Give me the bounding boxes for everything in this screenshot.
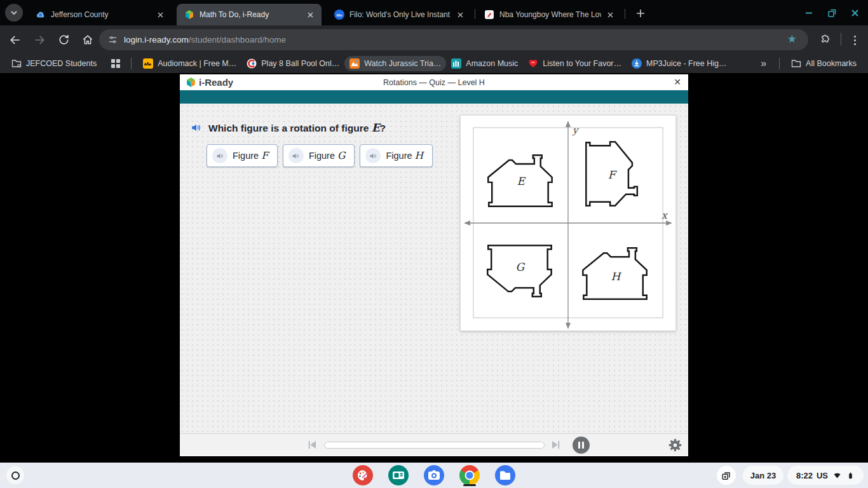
- answer-audio-button[interactable]: [212, 148, 227, 163]
- status-tray[interactable]: 8:22 US: [787, 466, 864, 485]
- tab-close-icon[interactable]: [455, 10, 465, 20]
- screen-capture-icon: [721, 470, 732, 481]
- bookmark-mp3juice[interactable]: MP3Juice - Free Hig…: [627, 56, 731, 71]
- tab-close-icon[interactable]: [605, 10, 615, 20]
- date-label: Jan 23: [750, 471, 776, 480]
- active-app-indicator: [463, 484, 476, 486]
- answer-audio-button[interactable]: [288, 148, 304, 163]
- tab-iready[interactable]: Math To Do, i-Ready: [177, 4, 322, 25]
- home-icon: [81, 34, 94, 46]
- question-math-letter: E: [372, 121, 380, 134]
- bookmark-watch-jurassic[interactable]: Watch Jurassic Tria…: [344, 56, 446, 71]
- bookmark-star-icon[interactable]: ★: [787, 32, 797, 46]
- tab-strip: Jefferson County Math To Do, i-Ready fil…: [0, 0, 868, 25]
- site-info-icon[interactable]: [108, 35, 118, 44]
- new-tab-button[interactable]: [633, 6, 648, 21]
- minimize-button[interactable]: [803, 7, 815, 18]
- lyrics-doc-icon: [484, 10, 494, 20]
- minimize-icon: [804, 8, 813, 17]
- battery-icon: [846, 470, 855, 481]
- answer-figure-g[interactable]: Figure G: [283, 144, 355, 167]
- pause-button[interactable]: [573, 437, 590, 454]
- address-bar[interactable]: login.i-ready.com/student/dashboard/home…: [99, 29, 808, 50]
- puzzle-icon: [820, 32, 832, 44]
- tab-close-icon[interactable]: [305, 10, 315, 20]
- camera-app-icon[interactable]: [424, 465, 444, 485]
- bookmark-iheart[interactable]: Listen to Your Favor…: [523, 56, 627, 71]
- home-button[interactable]: [79, 31, 97, 49]
- progress-bar[interactable]: [324, 442, 545, 449]
- gallery-app-icon[interactable]: [388, 465, 409, 485]
- bookmarks-overflow-chevron[interactable]: »: [761, 58, 766, 69]
- answer-label: Figure F: [233, 150, 268, 161]
- bookmark-amazon-music[interactable]: Amazon Music: [446, 56, 523, 71]
- bookmark-audiomack[interactable]: Audiomack | Free M…: [138, 56, 241, 71]
- reload-icon: [58, 34, 70, 46]
- bookmark-8ball-pool[interactable]: Play 8 Ball Pool Onl…: [241, 56, 344, 71]
- launcher-icon: [11, 471, 20, 480]
- tab-search-button[interactable]: [5, 4, 23, 22]
- speaker-icon: [191, 122, 202, 133]
- tab-title: Nba Youngboy Where The Love: [499, 10, 601, 19]
- tab-filo[interactable]: filo Filo: World's Only Live Instant T: [327, 4, 471, 25]
- browser-menu-button[interactable]: [846, 32, 863, 48]
- filo-icon: filo: [334, 10, 344, 20]
- bookmarks-bar: JEFCOED Students Audiomack | Free M… Pla…: [0, 54, 868, 73]
- quiz-close-button[interactable]: ✕: [672, 76, 683, 88]
- date-button[interactable]: Jan 23: [743, 466, 783, 485]
- apps-grid-button[interactable]: [111, 58, 121, 69]
- iheart-icon: [528, 58, 538, 69]
- skip-back-button[interactable]: [306, 439, 318, 453]
- screen-capture-button[interactable]: [717, 466, 736, 485]
- close-window-button[interactable]: [849, 7, 860, 18]
- eight-ball-icon: [247, 58, 257, 69]
- tab-separator: [625, 9, 625, 19]
- restore-button[interactable]: [826, 7, 837, 18]
- chrome-app-icon[interactable]: [459, 465, 480, 485]
- url-path: /student/dashboard/home: [189, 35, 286, 44]
- answer-figure-h[interactable]: Figure H: [360, 144, 433, 167]
- skip-back-icon: [306, 439, 318, 451]
- question-row: Which figure is a rotation of figure E?: [191, 121, 386, 134]
- files-app-icon[interactable]: [495, 465, 515, 485]
- bookmark-label: Watch Jurassic Tria…: [364, 59, 441, 68]
- managed-folder-icon: [11, 58, 22, 69]
- tab-close-icon[interactable]: [155, 10, 165, 20]
- coordinate-plane-figure: y x E F G H: [461, 116, 675, 330]
- iready-cube-icon: [184, 10, 194, 20]
- answer-figure-f[interactable]: Figure F: [207, 144, 278, 167]
- iready-quiz-window: i-Ready Rotations — Quiz — Level H ✕ Whi…: [180, 74, 688, 456]
- forward-button[interactable]: [31, 31, 48, 49]
- gear-icon: [668, 438, 682, 452]
- extensions-button[interactable]: [820, 32, 832, 46]
- all-bookmarks-button[interactable]: All Bookmarks: [786, 56, 862, 71]
- tab-jefferson-county[interactable]: Jefferson County: [28, 4, 172, 25]
- bookmark-jefcoed-students[interactable]: JEFCOED Students: [6, 56, 102, 71]
- bookmark-label: JEFCOED Students: [26, 59, 97, 68]
- answer-label: Figure G: [309, 150, 346, 161]
- launcher-button[interactable]: [6, 466, 24, 484]
- audiomack-icon: [143, 58, 153, 69]
- canvas-app-icon[interactable]: [353, 465, 373, 485]
- answer-audio-button[interactable]: [365, 148, 381, 163]
- x-axis-label: x: [661, 210, 668, 221]
- question-audio-button[interactable]: [191, 122, 202, 133]
- y-axis-label: y: [572, 125, 580, 136]
- settings-button[interactable]: [668, 438, 682, 452]
- back-arrow-icon: [9, 34, 22, 46]
- bookmark-label: MP3Juice - Free Hig…: [646, 59, 726, 68]
- cloud-icon: [36, 10, 46, 20]
- bookmarks-divider: [779, 58, 780, 69]
- tab-title: Filo: World's Only Live Instant T: [349, 10, 451, 19]
- tab-nba-youngboy[interactable]: Nba Youngboy Where The Love: [477, 4, 621, 25]
- close-icon: [851, 9, 859, 17]
- window-controls: [803, 0, 868, 25]
- reload-button[interactable]: [55, 31, 72, 49]
- page-background: i-Ready Rotations — Quiz — Level H ✕ Whi…: [0, 73, 868, 463]
- skip-forward-button[interactable]: [550, 439, 562, 453]
- quiz-title: Rotations — Quiz — Level H: [180, 78, 688, 87]
- iready-header: i-Ready Rotations — Quiz — Level H ✕: [180, 74, 688, 90]
- bookmarks-right-group: » All Bookmarks: [761, 56, 862, 71]
- back-button[interactable]: [6, 31, 24, 49]
- locale-label: US: [817, 471, 828, 480]
